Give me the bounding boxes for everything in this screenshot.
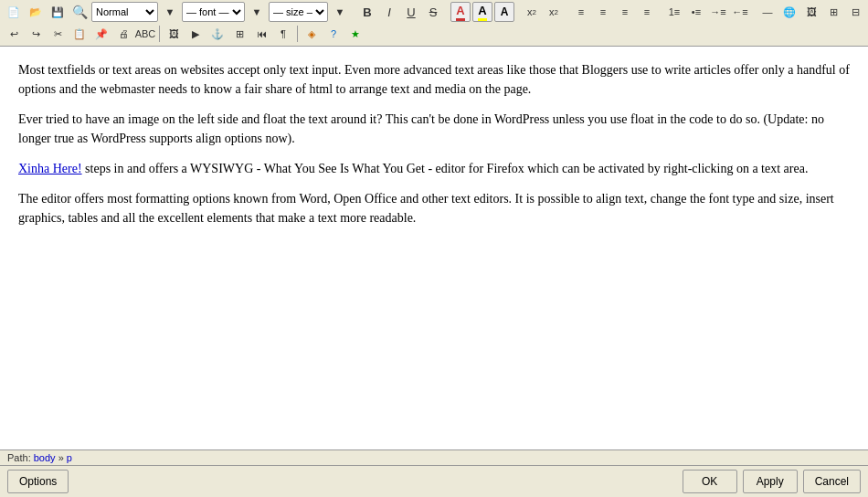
prev-button[interactable]: ⏮: [251, 24, 271, 44]
toolbar-row-2: ↩ ↪ ✂ 📋 📌 🖨 ABC 🖼 ▶ ⚓ ⊞ ⏮ ¶ ◈ ? ★: [4, 24, 864, 44]
style-dropdown-arrow[interactable]: ▼: [160, 2, 180, 22]
path-p-link[interactable]: p: [67, 452, 72, 463]
table-button2[interactable]: ⊞: [229, 24, 249, 44]
font-color-button[interactable]: A: [450, 2, 471, 22]
paragraph-2: Ever tried to have an image on the left …: [18, 110, 850, 148]
bottom-bar-right: OK Apply Cancel: [683, 470, 861, 493]
ordered-list-button[interactable]: 1≡: [664, 2, 684, 22]
ok-button[interactable]: OK: [683, 470, 737, 493]
bottom-bar: Options OK Apply Cancel: [0, 465, 868, 497]
path-separator: »: [58, 452, 64, 463]
size-dropdown-arrow[interactable]: ▼: [330, 2, 350, 22]
anchor-button[interactable]: ⚓: [207, 24, 228, 44]
xinha-link[interactable]: Xinha Here!: [18, 162, 82, 175]
bg-color-button[interactable]: A: [472, 2, 492, 22]
toolbar: 📄 📂 💾 🔍 Normal Heading 1 Heading 2 Headi…: [0, 0, 868, 47]
bold-button[interactable]: B: [357, 2, 377, 22]
insert-image-button2[interactable]: 🖼: [164, 24, 184, 44]
paragraph-3-rest: steps in and offers a WYSIWYG - What You…: [82, 162, 809, 175]
subscript-button[interactable]: x2: [522, 2, 542, 22]
table-button[interactable]: ⊞: [823, 2, 843, 22]
strikethrough-button[interactable]: S: [423, 2, 443, 22]
underline-button[interactable]: U: [401, 2, 421, 22]
cut-button[interactable]: ✂: [48, 24, 68, 44]
font-dropdown-arrow[interactable]: ▼: [247, 2, 267, 22]
remove-format-button[interactable]: A: [494, 2, 514, 22]
size-select[interactable]: — size —: [269, 2, 328, 22]
path-body-link[interactable]: body: [34, 452, 56, 463]
copy-button[interactable]: 📋: [69, 24, 90, 44]
paragraph-4: The editor offers most formatting option…: [18, 189, 850, 227]
align-justify-button[interactable]: ≡: [637, 2, 657, 22]
editor-area[interactable]: Most textfields or text areas on website…: [0, 47, 868, 449]
separator-8: [297, 26, 298, 42]
align-center-button[interactable]: ≡: [593, 2, 613, 22]
undo-button[interactable]: ↩: [4, 24, 24, 44]
hr-button[interactable]: —: [757, 2, 778, 22]
align-left-button[interactable]: ≡: [571, 2, 591, 22]
spellcheck-button[interactable]: ABC: [135, 24, 155, 44]
link-button[interactable]: 🌐: [779, 2, 799, 22]
options-button[interactable]: Options: [7, 470, 69, 493]
toggle-source-button[interactable]: ◈: [302, 24, 322, 44]
outdent-button[interactable]: ←≡: [730, 2, 750, 22]
image-button[interactable]: 🖼: [801, 2, 821, 22]
superscript-button[interactable]: x2: [544, 2, 564, 22]
status-bar: Path: body » p: [0, 449, 868, 465]
new-button[interactable]: 📄: [4, 2, 24, 22]
about-button[interactable]: ?: [323, 24, 344, 44]
plugin-button[interactable]: ★: [345, 24, 365, 44]
paste-button[interactable]: 📌: [91, 24, 111, 44]
special-char-button[interactable]: ⊟: [845, 2, 865, 22]
font-select[interactable]: — font —: [182, 2, 245, 22]
apply-button[interactable]: Apply: [743, 470, 798, 493]
save-button[interactable]: 💾: [48, 2, 68, 22]
paragraph-3: Xinha Here! steps in and offers a WYSIWY…: [18, 159, 850, 178]
indent-button[interactable]: →≡: [708, 2, 728, 22]
paragraph-button[interactable]: ¶: [273, 24, 293, 44]
toolbar-row-1: 📄 📂 💾 🔍 Normal Heading 1 Heading 2 Headi…: [4, 2, 864, 22]
separator-7: [159, 26, 160, 42]
path-label: Path:: [7, 452, 31, 463]
zoom-button[interactable]: 🔍: [69, 2, 90, 22]
italic-button[interactable]: I: [379, 2, 399, 22]
redo-button[interactable]: ↪: [26, 24, 46, 44]
unordered-list-button[interactable]: •≡: [686, 2, 706, 22]
open-button[interactable]: 📂: [26, 2, 46, 22]
paragraph-1: Most textfields or text areas on website…: [18, 60, 850, 99]
print-button[interactable]: 🖨: [113, 24, 133, 44]
cancel-button[interactable]: Cancel: [803, 470, 861, 493]
style-select[interactable]: Normal Heading 1 Heading 2 Heading 3: [91, 2, 158, 22]
media-button[interactable]: ▶: [185, 24, 206, 44]
align-right-button[interactable]: ≡: [615, 2, 635, 22]
